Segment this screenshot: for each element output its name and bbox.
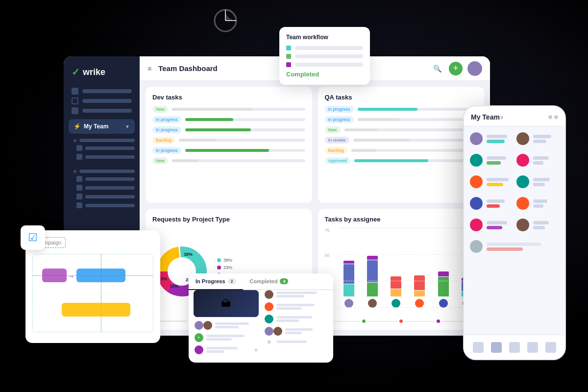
- mobile-header: My Team ∨: [464, 106, 565, 126]
- qa-task-badge-4: In review: [325, 137, 349, 144]
- mobile-text-line-6b: [487, 247, 523, 251]
- sidebar-sub-1[interactable]: [69, 139, 135, 142]
- completed-line-2b: [276, 307, 302, 310]
- assignee-chart-dots: [325, 319, 478, 323]
- mobile-dots: [548, 115, 558, 119]
- sidebar-sub-2[interactable]: [69, 145, 135, 151]
- mobile-text-line-5b: [487, 226, 502, 229]
- chart-icon: [211, 7, 240, 36]
- mobile-dot-2: [554, 115, 558, 119]
- mobile-footer-icon-3[interactable]: [509, 342, 520, 353]
- sub-icon-8: [76, 202, 82, 208]
- dev-task-badge-6: New: [152, 157, 168, 164]
- grid-line-3: [339, 281, 478, 281]
- dev-task-badge-3: In progress: [152, 126, 181, 133]
- completed-line-4b: [285, 332, 302, 334]
- checkbox-icon: ☑: [21, 225, 45, 250]
- completed-line-1a: [276, 292, 318, 294]
- mobile-footer: [464, 335, 565, 359]
- task-mini-text-2: [206, 335, 258, 341]
- mobile-footer-icon-5[interactable]: [545, 342, 556, 353]
- sidebar-sub-8[interactable]: [69, 202, 135, 208]
- mobile-text-line-4b: [487, 204, 500, 208]
- completed-task-3: [264, 315, 329, 323]
- tooltip-row-1: [286, 46, 363, 50]
- campaign-node-yellow: [62, 303, 130, 317]
- completed-line-4a: [285, 328, 313, 331]
- task-mini-avatar-3: [195, 345, 203, 354]
- mobile-avatar-right-4: [516, 197, 529, 210]
- my-team-button[interactable]: ⚡ My Team ▼: [69, 119, 135, 134]
- campaign-panel: Campaign →: [25, 230, 160, 343]
- grid-line-4: [339, 307, 478, 308]
- sidebar-sub-4[interactable]: [69, 170, 135, 173]
- mobile-right-line-3a: [533, 178, 550, 181]
- completed-label: Completed: [286, 71, 363, 78]
- tab-completed[interactable]: Completed 4: [243, 273, 295, 289]
- mobile-avatar-1: [470, 132, 483, 145]
- sidebar-sub-6[interactable]: [69, 185, 135, 191]
- mobile-right-text-1: [533, 135, 559, 143]
- sub-text-8: [85, 204, 135, 207]
- dev-task-badge-1: New: [152, 106, 168, 113]
- completed-line-3b: [276, 319, 299, 322]
- completed-text-4: [285, 328, 328, 334]
- mobile-right-line-4a: [533, 199, 547, 203]
- sidebar-item-home[interactable]: [72, 88, 132, 95]
- search-button[interactable]: 🔍: [430, 62, 444, 75]
- sidebar-sub-7[interactable]: [69, 194, 135, 199]
- assignee-chart-card: Tasks by assignee 75 50 25 0: [318, 209, 485, 330]
- mobile-avatar-right-5: [516, 219, 529, 231]
- dev-task-bar-3: [185, 128, 305, 131]
- sidebar-sub-5[interactable]: [69, 176, 135, 182]
- a-dot-2: [362, 319, 366, 323]
- mobile-right-text-2: [533, 156, 559, 165]
- mobile-text-line-4a: [487, 199, 505, 203]
- mobile-avatar-3: [470, 175, 483, 188]
- dev-task-bar-4: [179, 139, 305, 142]
- legend-item-2: 23%: [217, 265, 232, 270]
- hamburger-icon[interactable]: ≡: [147, 65, 151, 73]
- completed-avatar-1: [265, 290, 273, 299]
- wrike-logo: ✓ wrike: [64, 66, 140, 88]
- dev-task-badge-2: In progress: [152, 116, 181, 123]
- sub-icon-7: [76, 194, 82, 199]
- task-mini-3: ⚙: [194, 345, 259, 354]
- mobile-text-group-2: [487, 156, 513, 165]
- mobile-text-line-1b: [487, 140, 505, 143]
- qa-task-bar-2: [358, 118, 477, 121]
- sidebar-sub-3[interactable]: [69, 154, 135, 160]
- mobile-footer-icon-4[interactable]: [527, 342, 538, 353]
- a-dot-3: [399, 319, 403, 323]
- completed-column: ⊕: [264, 290, 329, 358]
- sidebar-item-layers[interactable]: [72, 107, 132, 114]
- mobile-list-item-2: [468, 152, 561, 169]
- task-mini-line-1a: [215, 322, 249, 325]
- dev-task-bar-2: [185, 118, 305, 121]
- sidebar-item-grid[interactable]: [72, 98, 132, 104]
- mobile-text-group-5: [487, 221, 513, 229]
- mobile-footer-icon-2[interactable]: [491, 342, 502, 353]
- user-avatar[interactable]: [467, 61, 482, 76]
- mobile-avatar-2: [470, 154, 483, 167]
- sub-icon-6: [76, 185, 82, 191]
- sidebar-nav: [64, 88, 140, 114]
- task-mini-line-2a: [206, 335, 245, 337]
- a-dot-4: [437, 319, 440, 323]
- requests-chart-title: Requests by Project Type: [152, 216, 305, 223]
- campaign-nodes: →: [32, 254, 153, 332]
- donut-label-15: 15%: [170, 284, 178, 289]
- completed-avatar-4b: [273, 327, 282, 336]
- sub-text-4: [79, 170, 135, 173]
- sub-dot-4: [74, 170, 76, 173]
- mobile-dot-1: [548, 115, 552, 119]
- mobile-team-title: My Team: [471, 113, 500, 121]
- mobile-footer-icon-1[interactable]: [473, 342, 484, 353]
- tab-completed-label: Completed: [250, 278, 278, 284]
- tooltip-dot-2: [286, 54, 291, 59]
- add-button[interactable]: +: [449, 62, 463, 75]
- tab-inprogress[interactable]: In Progress 2: [189, 273, 243, 290]
- mobile-avatar-4: [470, 197, 483, 210]
- wrike-logo-text: wrike: [83, 67, 105, 77]
- sidebar-home-label: [82, 89, 132, 93]
